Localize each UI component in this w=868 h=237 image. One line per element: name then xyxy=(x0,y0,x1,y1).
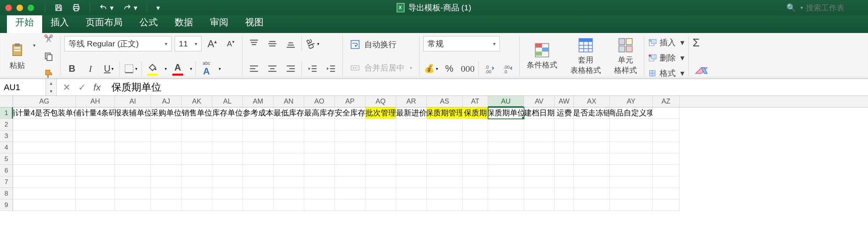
decrease-indent-button[interactable] xyxy=(305,61,320,76)
fx-icon[interactable]: fx xyxy=(93,82,101,93)
decrease-decimal-button[interactable]: .00.0 xyxy=(500,61,516,76)
tab-页面布局[interactable]: 页面布局 xyxy=(77,12,131,33)
cell-AY9[interactable] xyxy=(610,199,653,211)
row-header-8[interactable]: 8 xyxy=(0,188,13,199)
cell-AT1[interactable]: 保质期 xyxy=(463,107,488,119)
comma-style-button[interactable]: 000 xyxy=(460,61,475,76)
cell-AJ9[interactable] xyxy=(151,199,182,211)
currency-button[interactable]: 💰▾ xyxy=(423,61,439,76)
cell-AY7[interactable] xyxy=(610,176,653,188)
cell-AQ7[interactable] xyxy=(365,176,396,188)
cell-AR3[interactable] xyxy=(396,130,427,142)
conditional-format-button[interactable]: 条件格式 xyxy=(524,42,560,70)
cell-AQ2[interactable] xyxy=(365,119,396,130)
cell-AM3[interactable] xyxy=(243,130,274,142)
cell-AH5[interactable] xyxy=(76,153,115,165)
search-icon[interactable]: 🔍 xyxy=(786,3,796,12)
redo-icon[interactable]: ▾ xyxy=(123,3,138,12)
cell-AZ7[interactable] xyxy=(653,176,680,188)
cell-AN2[interactable] xyxy=(274,119,304,130)
cell-AV2[interactable] xyxy=(524,119,555,130)
cell-AY8[interactable] xyxy=(610,188,653,199)
cell-AO1[interactable]: 最高库存 xyxy=(304,107,335,119)
cell-AU8[interactable] xyxy=(488,188,524,199)
cell-AP7[interactable] xyxy=(335,176,365,188)
percent-button[interactable]: % xyxy=(442,61,457,76)
tab-视图[interactable]: 视图 xyxy=(237,12,272,33)
cell-AX4[interactable] xyxy=(574,142,610,153)
column-header-AM[interactable]: AM xyxy=(243,96,274,107)
cell-AJ3[interactable] xyxy=(151,130,182,142)
column-header-AO[interactable]: AO xyxy=(304,96,335,107)
align-right-button[interactable] xyxy=(283,61,298,76)
increase-indent-button[interactable] xyxy=(323,61,339,76)
format-cells-button[interactable]: 格式▾ xyxy=(648,67,685,80)
cell-AJ4[interactable] xyxy=(151,142,182,153)
cell-AN7[interactable] xyxy=(274,176,304,188)
cell-AL7[interactable] xyxy=(212,176,243,188)
cell-AP2[interactable] xyxy=(335,119,365,130)
cell-AX1[interactable]: 是否走冻链 xyxy=(574,107,610,119)
column-header-AZ[interactable]: AZ xyxy=(653,96,680,107)
chevron-down-icon[interactable]: ▾ xyxy=(33,42,36,48)
cell-AL8[interactable] xyxy=(212,188,243,199)
cell-AN8[interactable] xyxy=(274,188,304,199)
chevron-down-icon[interactable]: ▾ xyxy=(165,66,167,71)
format-as-table-button[interactable]: 套用 表格格式 xyxy=(567,37,604,76)
cell-AM9[interactable] xyxy=(243,199,274,211)
column-header-AW[interactable]: AW xyxy=(555,96,574,107)
cell-AH7[interactable] xyxy=(76,176,115,188)
customize-qat-icon[interactable]: ▾ xyxy=(156,3,160,12)
cell-AK4[interactable] xyxy=(182,142,212,153)
cell-AZ2[interactable] xyxy=(653,119,680,130)
cell-AO5[interactable] xyxy=(304,153,335,165)
cell-AN3[interactable] xyxy=(274,130,304,142)
select-all-corner[interactable] xyxy=(0,96,13,107)
clear-button[interactable] xyxy=(693,65,710,76)
cell-AS3[interactable] xyxy=(427,130,463,142)
cell-AU5[interactable] xyxy=(488,153,524,165)
cell-AK9[interactable] xyxy=(182,199,212,211)
align-middle-button[interactable] xyxy=(265,36,280,51)
cell-AM1[interactable]: 参考成本 xyxy=(243,107,274,119)
cell-AH8[interactable] xyxy=(76,188,115,199)
cell-AN4[interactable] xyxy=(274,142,304,153)
cell-AI1[interactable]: 报表辅单位 xyxy=(115,107,151,119)
cell-AM2[interactable] xyxy=(243,119,274,130)
cell-AP9[interactable] xyxy=(335,199,365,211)
cell-AW6[interactable] xyxy=(555,165,574,176)
cell-AY1[interactable]: 商品自定义项 xyxy=(610,107,653,119)
cell-AR6[interactable] xyxy=(396,165,427,176)
cell-AI3[interactable] xyxy=(115,130,151,142)
cell-AU3[interactable] xyxy=(488,130,524,142)
cell-AQ4[interactable] xyxy=(365,142,396,153)
cell-AS1[interactable]: 保质期管理 xyxy=(427,107,463,119)
cell-AJ8[interactable] xyxy=(151,188,182,199)
column-header-AQ[interactable]: AQ xyxy=(365,96,396,107)
cell-AM6[interactable] xyxy=(243,165,274,176)
cell-AU2[interactable] xyxy=(488,119,524,130)
chevron-down-icon[interactable]: ▼ xyxy=(46,87,56,96)
cell-AV6[interactable] xyxy=(524,165,555,176)
save-icon[interactable] xyxy=(54,3,63,12)
cell-AO8[interactable] xyxy=(304,188,335,199)
cell-AN6[interactable] xyxy=(274,165,304,176)
cell-AK5[interactable] xyxy=(182,153,212,165)
cell-AO7[interactable] xyxy=(304,176,335,188)
cell-AR1[interactable]: 最新进价 xyxy=(396,107,427,119)
cell-AR4[interactable] xyxy=(396,142,427,153)
cell-AX7[interactable] xyxy=(574,176,610,188)
cell-AI7[interactable] xyxy=(115,176,151,188)
cell-AS4[interactable] xyxy=(427,142,463,153)
cell-AZ9[interactable] xyxy=(653,199,680,211)
cell-AT9[interactable] xyxy=(463,199,488,211)
cell-AR9[interactable] xyxy=(396,199,427,211)
insert-cells-button[interactable]: +插入▾ xyxy=(648,36,685,49)
cell-AK6[interactable] xyxy=(182,165,212,176)
row-header-1[interactable]: 1 xyxy=(0,107,13,119)
cell-AV7[interactable] xyxy=(524,176,555,188)
column-header-AY[interactable]: AY xyxy=(610,96,653,107)
cell-AJ1[interactable]: 采购单位 xyxy=(151,107,182,119)
row-header-3[interactable]: 3 xyxy=(0,130,13,142)
cell-AS6[interactable] xyxy=(427,165,463,176)
